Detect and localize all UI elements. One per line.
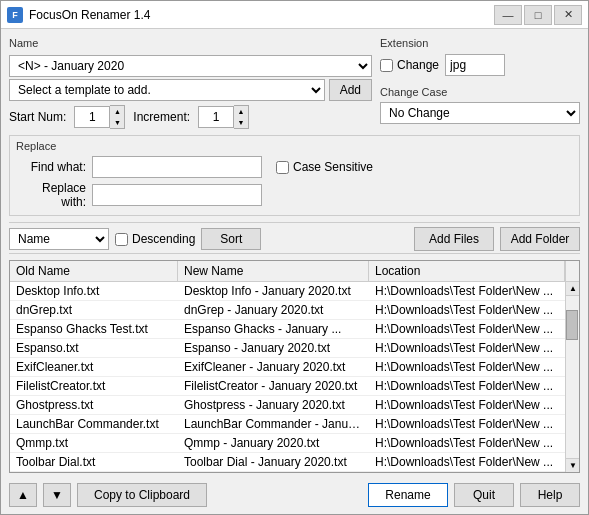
sort-select[interactable]: NameDateSize — [9, 228, 109, 250]
name-select[interactable]: <N> - January 2020 — [9, 55, 372, 77]
case-sensitive-label: Case Sensitive — [293, 160, 373, 174]
find-input[interactable] — [92, 156, 262, 178]
table-row[interactable]: Desktop Info.txt Desktop Info - January … — [10, 282, 565, 301]
scroll-up[interactable]: ▲ — [566, 282, 579, 296]
cell-location: H:\Downloads\Test Folder\New ... — [369, 358, 565, 376]
increment-down[interactable]: ▼ — [234, 117, 248, 128]
toolbar-right: Add Files Add Folder — [414, 227, 580, 251]
extension-section: Extension Change jpg — [380, 37, 580, 76]
cell-new-name: ExifCleaner - January 2020.txt — [178, 358, 369, 376]
cell-old-name: LaunchBar Commander.txt — [10, 415, 178, 433]
app-icon: F — [7, 7, 23, 23]
title-bar: F FocusOn Renamer 1.4 — □ ✕ — [1, 1, 588, 29]
table-row[interactable]: Ghostpress.txt Ghostpress - January 2020… — [10, 396, 565, 415]
main-window: F FocusOn Renamer 1.4 — □ ✕ Name <N> - J… — [0, 0, 589, 515]
table-row[interactable]: dnGrep.txt dnGrep - January 2020.txt H:\… — [10, 301, 565, 320]
change-label: Change — [397, 58, 439, 72]
scrollbar[interactable]: ▲ ▼ — [565, 282, 579, 472]
copy-to-clipboard-button[interactable]: Copy to Clipboard — [77, 483, 207, 507]
replace-with-row: Replace with: — [16, 181, 573, 209]
start-num-label: Start Num: — [9, 110, 66, 124]
replace-input[interactable] — [92, 184, 262, 206]
replace-grid: Find what: Case Sensitive Replace with: — [16, 156, 573, 209]
descending-group: Descending — [115, 232, 195, 246]
cell-new-name: Desktop Info - January 2020.txt — [178, 282, 369, 300]
sort-button[interactable]: Sort — [201, 228, 261, 250]
change-case-select[interactable]: No Change — [380, 102, 580, 124]
help-button[interactable]: Help — [520, 483, 580, 507]
title-bar-left: F FocusOn Renamer 1.4 — [7, 7, 150, 23]
header-new-name: New Name — [178, 261, 369, 281]
cell-new-name: Espanso - January 2020.txt — [178, 339, 369, 357]
change-checkbox-group: Change — [380, 58, 439, 72]
increment-input[interactable]: 1 — [198, 106, 234, 128]
find-row: Find what: Case Sensitive — [16, 156, 573, 178]
find-label: Find what: — [16, 160, 86, 174]
move-up-button[interactable]: ▲ — [9, 483, 37, 507]
table-row[interactable]: LaunchBar Commander.txt LaunchBar Comman… — [10, 415, 565, 434]
cell-new-name: Espanso Ghacks - January ... — [178, 320, 369, 338]
cell-old-name: Toolbar Dial.txt — [10, 453, 178, 471]
add-files-button[interactable]: Add Files — [414, 227, 494, 251]
cell-old-name: Espanso Ghacks Test.txt — [10, 320, 178, 338]
cell-location: H:\Downloads\Test Folder\New ... — [369, 282, 565, 300]
cell-new-name: dnGrep - January 2020.txt — [178, 301, 369, 319]
maximize-button[interactable]: □ — [524, 5, 552, 25]
right-panel: Extension Change jpg Change Case No Chan… — [380, 37, 580, 124]
quit-button[interactable]: Quit — [454, 483, 514, 507]
cell-new-name: LaunchBar Commander - Januar... — [178, 415, 369, 433]
increment-spinner: 1 ▲ ▼ — [198, 105, 249, 129]
close-button[interactable]: ✕ — [554, 5, 582, 25]
add-folder-button[interactable]: Add Folder — [500, 227, 580, 251]
table-body[interactable]: Desktop Info.txt Desktop Info - January … — [10, 282, 565, 472]
top-section: Name <N> - January 2020 Select a templat… — [9, 37, 580, 129]
template-select[interactable]: Select a template to add. — [9, 79, 325, 101]
table-row[interactable]: FilelistCreator.txt FilelistCreator - Ja… — [10, 377, 565, 396]
scroll-header-spacer — [565, 261, 579, 281]
scroll-thumb[interactable] — [566, 310, 578, 340]
replace-section: Replace Find what: Case Sensitive Replac… — [9, 135, 580, 216]
cell-location: H:\Downloads\Test Folder\New ... — [369, 396, 565, 414]
increment-arrows: ▲ ▼ — [234, 105, 249, 129]
name-label: Name — [9, 37, 372, 49]
template-row: Select a template to add. Add — [9, 79, 372, 101]
cell-old-name: FilelistCreator.txt — [10, 377, 178, 395]
cell-new-name: Qmmp - January 2020.txt — [178, 434, 369, 452]
cell-old-name: Ghostpress.txt — [10, 396, 178, 414]
table-row[interactable]: Qmmp.txt Qmmp - January 2020.txt H:\Down… — [10, 434, 565, 453]
table-row[interactable]: ExifCleaner.txt ExifCleaner - January 20… — [10, 358, 565, 377]
cell-location: H:\Downloads\Test Folder\New ... — [369, 339, 565, 357]
start-num-spinner: 1 ▲ ▼ — [74, 105, 125, 129]
change-checkbox[interactable] — [380, 59, 393, 72]
num-row: Start Num: 1 ▲ ▼ Increment: 1 ▲ ▼ — [9, 105, 372, 129]
table-row[interactable]: Espanso.txt Espanso - January 2020.txt H… — [10, 339, 565, 358]
cell-location: H:\Downloads\Test Folder\New ... — [369, 301, 565, 319]
cell-old-name: ExifCleaner.txt — [10, 358, 178, 376]
add-button[interactable]: Add — [329, 79, 372, 101]
table-row[interactable]: Espanso Ghacks Test.txt Espanso Ghacks -… — [10, 320, 565, 339]
cell-old-name: Qmmp.txt — [10, 434, 178, 452]
scroll-down[interactable]: ▼ — [566, 458, 579, 472]
cell-location: H:\Downloads\Test Folder\New ... — [369, 434, 565, 452]
move-down-button[interactable]: ▼ — [43, 483, 71, 507]
bottom-bar: ▲ ▼ Copy to Clipboard Rename Quit Help — [9, 479, 580, 507]
descending-label: Descending — [132, 232, 195, 246]
cell-location: H:\Downloads\Test Folder\New ... — [369, 415, 565, 433]
case-sensitive-checkbox[interactable] — [276, 161, 289, 174]
rename-button[interactable]: Rename — [368, 483, 448, 507]
ext-row: Change jpg — [380, 54, 580, 76]
increment-up[interactable]: ▲ — [234, 106, 248, 117]
cell-new-name: FilelistCreator - January 2020.txt — [178, 377, 369, 395]
cell-location: H:\Downloads\Test Folder\New ... — [369, 377, 565, 395]
cell-old-name: Desktop Info.txt — [10, 282, 178, 300]
start-num-up[interactable]: ▲ — [110, 106, 124, 117]
file-table: Old Name New Name Location Desktop Info.… — [9, 260, 580, 473]
descending-checkbox[interactable] — [115, 233, 128, 246]
ext-input[interactable]: jpg — [445, 54, 505, 76]
minimize-button[interactable]: — — [494, 5, 522, 25]
header-old-name: Old Name — [10, 261, 178, 281]
table-row[interactable]: Toolbar Dial.txt Toolbar Dial - January … — [10, 453, 565, 472]
start-num-input[interactable]: 1 — [74, 106, 110, 128]
replace-with-label: Replace with: — [16, 181, 86, 209]
start-num-down[interactable]: ▼ — [110, 117, 124, 128]
